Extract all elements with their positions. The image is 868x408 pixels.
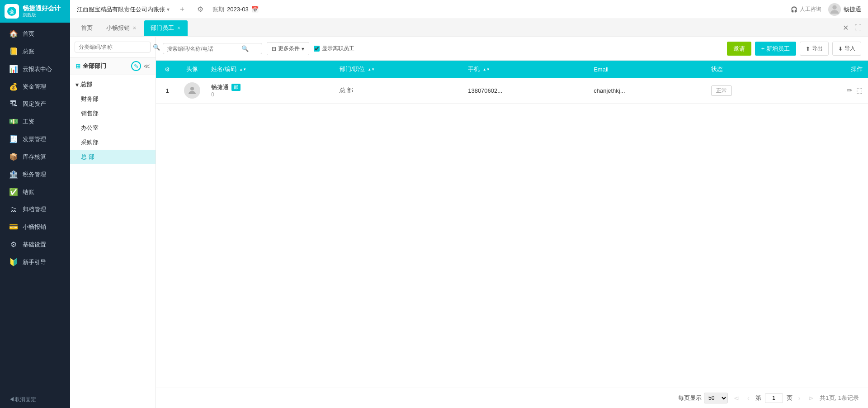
sidebar-item-inventory[interactable]: 📦 库存核算 [0,148,70,166]
dept-search-input[interactable] [75,42,151,52]
row-phone: 138070602... [462,78,588,104]
topbar-settings-icon[interactable]: ⚙ [195,5,206,14]
tab-department[interactable]: 部门员工 × [144,20,188,36]
sidebar-logo: 会 畅捷通好会计 旗舰版 [0,0,70,23]
next-page-button[interactable]: › [796,394,803,403]
tax-icon: 🏦 [9,170,18,179]
tab-home[interactable]: 首页 [75,20,99,36]
sidebar-item-ledger[interactable]: 📒 总账 [0,43,70,60]
import-icon: ⬇ [838,46,843,52]
sidebar-item-salary[interactable]: 💵 工资 [0,113,70,130]
invoice-icon: 🧾 [9,135,18,143]
user-menu[interactable]: 畅捷通 [828,3,861,16]
sidebar-item-funds[interactable]: 💰 资金管理 [0,78,70,95]
svg-point-2 [832,5,836,9]
row-dept-position: 总 部 [334,78,462,104]
name-code-group: 畅捷通 部 [211,83,329,91]
dept-item-office[interactable]: 办公室 [70,121,156,135]
sidebar-cancel-fixed[interactable]: ◀取消固定 [0,391,70,408]
department-panel: 🔍 ⊞ 全部部门 ✎ ≪ ▾ 总部 财务部 [70,37,156,408]
sidebar-item-invoice[interactable]: 🧾 发票管理 [0,130,70,148]
avatar [828,3,841,16]
page-size-select[interactable]: 10 20 50 100 [704,393,728,403]
archive-icon: 🗂 [9,205,18,213]
dept-item-finance[interactable]: 财务部 [70,92,156,106]
invite-button[interactable]: 邀请 [727,42,751,56]
sidebar-item-fixed-assets[interactable]: 🏗 固定资产 [0,95,70,113]
headset-icon: 🎧 [791,6,797,13]
last-page-button[interactable]: ⊳ [806,394,816,403]
col-status: 状态 [706,61,794,78]
tab-close-all-icon[interactable]: ✕ [841,22,850,34]
expense-icon: 💳 [9,223,18,231]
sidebar-item-home[interactable]: 🏠 首页 [0,25,70,43]
calendar-icon[interactable]: 📅 [251,6,259,13]
ledger-icon: 📒 [9,47,18,56]
first-page-button[interactable]: ⊲ [731,394,741,403]
dept-all-label: ⊞ 全部部门 [75,62,106,70]
dept-header-actions: ✎ ≪ [131,61,150,71]
sidebar-item-archive[interactable]: 🗂 归档管理 [0,201,70,218]
col-name-code[interactable]: 姓名/编码 ▲▼ [206,61,334,78]
sidebar-item-reports[interactable]: 📊 云报表中心 [0,60,70,78]
employee-search-input[interactable] [167,46,239,52]
employee-table-wrap: ⚙ 头像 姓名/编码 ▲▼ 部门/职位 ▲▼ 手机 [156,61,868,388]
dept-collapse-button[interactable]: ≪ [143,62,150,70]
svg-text:会: 会 [9,9,14,14]
tab-bar: 首页 小畅报销 × 部门员工 × ✕ ⛶ [70,19,868,37]
home-icon: 🏠 [9,29,18,38]
dept-edit-button[interactable]: ✎ [131,61,141,71]
tab-expense-close[interactable]: × [132,24,137,32]
name-sort-icon: ▲▼ [239,68,246,71]
closing-icon: ✅ [9,188,18,196]
dept-item-sales[interactable]: 销售部 [70,106,156,121]
pagination: 每页显示 10 20 50 100 ⊲ ‹ 第 页 › ⊳ 共1页, 1条记录 [156,388,868,408]
app-logo-icon: 会 [5,4,19,19]
dept-item-procurement[interactable]: 采购部 [70,135,156,150]
inventory-icon: 📦 [9,152,18,161]
topbar-right: 🎧 人工咨询 畅捷通 [791,3,861,16]
guide-icon: 🔰 [9,258,18,266]
dept-tree: ▾ 总部 财务部 销售部 办公室 采购部 总 部 [70,75,156,408]
table-row: 1 畅捷通 部 0 [156,78,868,104]
edit-employee-button[interactable]: ✏ [847,86,853,95]
company-selector[interactable]: 江西服宝精品有限责任公司内账张 ▾ [77,5,170,14]
dept-search-area: 🔍 [70,37,156,57]
add-employee-button[interactable]: + 新增员工 [755,42,796,56]
page-number-input[interactable] [765,393,783,403]
export-icon: ⬆ [806,46,810,52]
sidebar-item-tax[interactable]: 🏦 税务管理 [0,166,70,183]
prev-page-button[interactable]: ‹ [745,394,752,403]
employee-search-icon[interactable]: 🔍 [241,45,249,52]
content-area: 🔍 ⊞ 全部部门 ✎ ≪ ▾ 总部 财务部 [70,37,868,408]
import-button[interactable]: ⬇ 导入 [832,42,861,56]
employee-panel: 🔍 ⊟ 更多条件 ▾ 显示离职员工 邀请 + 新增员工 ⬆ 导出 [156,37,868,408]
show-resigned-toggle[interactable]: 显示离职员工 [314,45,354,52]
col-phone[interactable]: 手机 ▲▼ [462,61,588,78]
sidebar-item-expense[interactable]: 💳 小畅报销 [0,218,70,236]
tab-expand-icon[interactable]: ⛶ [853,22,863,34]
show-resigned-checkbox[interactable] [314,46,320,52]
sidebar-item-guide[interactable]: 🔰 新手引导 [0,253,70,271]
col-actions: 操作 [794,61,868,78]
dept-item-general[interactable]: ▾ 总部 [70,77,156,92]
col-dept-position[interactable]: 部门/职位 ▲▼ [334,61,462,78]
avatar-image [184,82,200,99]
sidebar-nav: 🏠 首页 📒 总账 📊 云报表中心 💰 资金管理 🏗 固定资产 💵 工资 🧾 发… [0,23,70,391]
col-email: Email [588,61,706,78]
phone-sort-icon: ▲▼ [483,68,490,71]
more-filter-button[interactable]: ⊟ 更多条件 ▾ [267,42,309,55]
row-name-code: 畅捷通 部 0 [206,78,334,104]
add-company-button[interactable]: ＋ [176,5,188,14]
col-settings[interactable]: ⚙ [156,61,179,78]
sidebar-item-settings[interactable]: ⚙ 基础设置 [0,236,70,253]
export-button[interactable]: ⬆ 导出 [800,42,829,56]
tab-expense[interactable]: 小畅报销 × [100,20,143,36]
fixed-assets-icon: 🏗 [9,100,18,108]
sidebar-item-closing[interactable]: ✅ 结账 [0,183,70,201]
logout-employee-button[interactable]: ⬚ [856,86,863,95]
tab-department-close[interactable]: × [176,24,181,32]
grid-icon: ⊞ [75,63,80,70]
dept-item-headquarters[interactable]: 总 部 [70,150,156,164]
support-button[interactable]: 🎧 人工咨询 [791,5,821,13]
